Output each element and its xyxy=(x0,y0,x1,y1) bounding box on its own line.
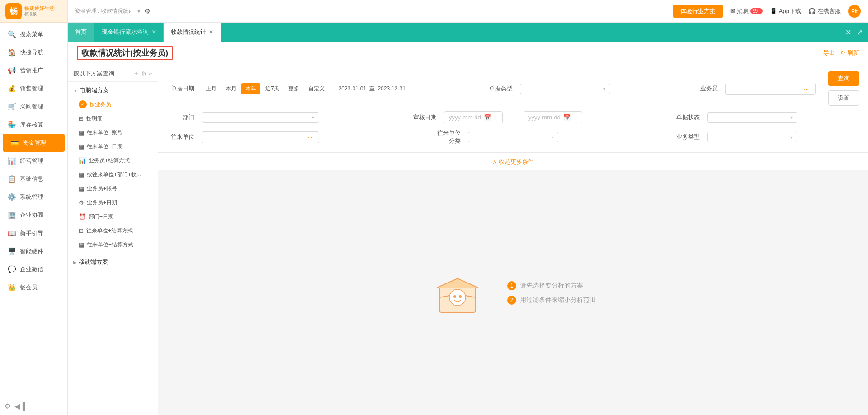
sidebar-item-operations[interactable]: 📊 经营管理 xyxy=(0,152,67,170)
date-tab-custom[interactable]: 自定义 xyxy=(304,83,329,94)
scheme-item-by-detail[interactable]: ⊞ 按明细 xyxy=(68,112,158,126)
table3-icon: ▦ xyxy=(79,171,84,178)
sidebar-item-funds[interactable]: 💳 资金管理 xyxy=(3,134,65,152)
partner-more-icon[interactable]: ··· xyxy=(307,134,312,141)
business-type-select[interactable]: ▾ xyxy=(707,132,797,142)
svg-point-2 xyxy=(453,295,456,298)
scheme-item-dept-date[interactable]: ⏰ 部门+日期 xyxy=(68,210,158,224)
sidebar-item-basics[interactable]: 📋 基础信息 xyxy=(0,170,67,188)
sidebar-item-marketing[interactable]: 📢 营销推广 xyxy=(0,61,67,80)
filter-row-3: 往来单位 ··· 往来单位分类 ▾ 业务类型 ▾ xyxy=(167,129,859,145)
desktop-schemes: ▼ 电脑端方案 ✓ 按业务员 ⊞ 按明细 ▦ 往来单位+账号 ▦ 往来单位 xyxy=(68,82,158,254)
date-tab-last-7[interactable]: 近7天 xyxy=(261,83,283,94)
tab-home[interactable]: 首页 xyxy=(68,23,94,42)
scheme-item-label: 业务员+账号 xyxy=(87,185,117,193)
sidebar-item-sales[interactable]: 💰 销售管理 xyxy=(0,80,67,98)
tab-bank-flow-close-icon[interactable]: ✕ xyxy=(151,29,156,35)
doc-status-select[interactable]: ▾ xyxy=(707,112,797,123)
dept-select[interactable]: ▾ xyxy=(202,112,319,123)
review-date-end-input[interactable]: yyyy-mm-dd 📅 xyxy=(524,111,582,123)
breadcrumb-dropdown-icon[interactable]: ▾ xyxy=(137,8,141,14)
sidebar-item-purchase[interactable]: 🛒 采购管理 xyxy=(0,98,67,116)
online-service-btn[interactable]: 🎧 在线客服 xyxy=(808,7,841,15)
scheme-item-salesman-settle[interactable]: 📊 业务员+结算方式 xyxy=(68,154,158,168)
doc-type-select[interactable]: ▾ xyxy=(520,84,610,94)
scheme-item-label: 按业务员 xyxy=(90,101,111,108)
sidebar-item-quick-nav[interactable]: 🏠 快捷导航 xyxy=(0,43,67,61)
scheme-item-label: 业务员+日期 xyxy=(87,199,117,207)
top-header: 资金管理 / 收款情况统计 ▾ ⚙ 体验行业方案 ✉ 消息 99+ 📱 App下… xyxy=(68,0,868,23)
collapse-sidebar-icon[interactable]: ◀▐ xyxy=(14,402,25,410)
message-btn[interactable]: ✉ 消息 99+ xyxy=(730,7,763,15)
date-tab-more[interactable]: 更多 xyxy=(284,83,303,94)
marketing-icon: 📢 xyxy=(7,66,16,75)
set-btn[interactable]: 设置 xyxy=(828,90,859,106)
scheme-item-salesman-date[interactable]: ⚙ 业务员+日期 xyxy=(68,196,158,210)
calendar-icon: 📅 xyxy=(484,114,491,121)
sidebar-item-system[interactable]: ⚙️ 系统管理 xyxy=(0,188,67,206)
date-tab-last-month[interactable]: 上月 xyxy=(202,83,221,94)
sidebar-item-guide[interactable]: 📖 新手引导 xyxy=(0,224,67,242)
panel-collapse-icon[interactable]: « xyxy=(149,70,152,77)
tab-bank-flow[interactable]: 现金银行流水查询 ✕ xyxy=(94,23,164,42)
sidebar-item-warehouse[interactable]: 🏪 库存核算 xyxy=(0,116,67,134)
partner-category-select[interactable]: ▾ xyxy=(468,132,558,142)
clock-icon: ⏰ xyxy=(79,213,86,220)
collapse-bar[interactable]: ∧ 收起更多条件 xyxy=(158,153,868,170)
refresh-btn[interactable]: ↻ 刷新 xyxy=(840,49,859,57)
tab-close-all-icon[interactable]: ✕ xyxy=(845,28,851,37)
sidebar-item-label: 营销推广 xyxy=(20,66,43,75)
sidebar-item-label: 经营管理 xyxy=(20,157,43,165)
app-download-btn[interactable]: 📱 App下载 xyxy=(770,7,801,15)
purchase-icon: 🛒 xyxy=(7,102,16,111)
page-title: 收款情况统计(按业务员) xyxy=(77,46,173,60)
salesman-select[interactable]: ··· xyxy=(725,83,816,95)
empty-tips: 1 请先选择要分析的方案 2 用过滤条件来缩小分析范围 xyxy=(507,281,596,305)
system-icon: ⚙️ xyxy=(7,193,16,202)
date-tab-this-month[interactable]: 本月 xyxy=(222,83,241,94)
scheme-item-partner-date[interactable]: ▦ 往来单位+日期 xyxy=(68,140,158,154)
tab-collection-stats[interactable]: 收款情况统计 ✕ xyxy=(164,23,221,42)
salesman-more-icon[interactable]: ··· xyxy=(804,85,809,92)
user-avatar[interactable]: Rit xyxy=(848,5,861,18)
partner-select[interactable]: ··· xyxy=(202,131,319,143)
tab-expand-icon[interactable]: ⤢ xyxy=(857,28,863,37)
sidebar-item-label: 系统管理 xyxy=(20,193,43,201)
sidebar-item-member[interactable]: 👑 畅会员 xyxy=(0,278,67,297)
settings-bottom-icon[interactable]: ⚙ xyxy=(5,402,11,410)
review-date-start-input[interactable]: yyyy-mm-dd 📅 xyxy=(444,111,503,123)
add-scheme-icon[interactable]: ＋ xyxy=(133,70,139,78)
review-date-start-ph: yyyy-mm-dd xyxy=(449,114,481,121)
sidebar-item-wechat[interactable]: 💬 企业微信 xyxy=(0,260,67,278)
sidebar-item-search[interactable]: 🔍 搜索菜单 xyxy=(0,25,67,43)
filter-area: 单据日期 上月 本月 本年 近7天 更多 自定义 2023-01-01 至 20… xyxy=(158,64,868,153)
sidebar-item-hardware[interactable]: 🖥️ 智能硬件 xyxy=(0,242,67,260)
sidebar-menu: 🔍 搜索菜单 🏠 快捷导航 📢 营销推广 💰 销售管理 🛒 采购管理 🏪 库存核… xyxy=(0,23,67,397)
tab-home-label: 首页 xyxy=(75,28,87,36)
scheme-item-partner-settle2[interactable]: ▦ 往来单位+结算方式 xyxy=(68,238,158,252)
tab-collection-stats-close-icon[interactable]: ✕ xyxy=(209,29,213,35)
scheme-item-partner-settle1[interactable]: ⊞ 往来单位+结算方式 xyxy=(68,224,158,238)
scheme-item-by-salesman[interactable]: ✓ 按业务员 xyxy=(68,97,158,112)
dept-filter-label: 部门 xyxy=(167,113,194,122)
scheme-item-partner-dept[interactable]: ▦ 按往来单位+部门+收... xyxy=(68,168,158,182)
header-right: 体验行业方案 ✉ 消息 99+ 📱 App下载 🎧 在线客服 Rit xyxy=(673,5,861,18)
date-tab-this-year[interactable]: 本年 xyxy=(241,83,260,94)
doc-type-filter-label: 单据类型 xyxy=(486,85,513,93)
mobile-scheme-header[interactable]: ▶ 移动端方案 xyxy=(68,255,158,269)
date-dash: — xyxy=(510,114,516,121)
trial-btn[interactable]: 体验行业方案 xyxy=(673,5,723,18)
settings-gear-icon[interactable]: ⚙ xyxy=(144,7,150,15)
left-panel-header: 按以下方案查询 ＋ ⚙ « xyxy=(68,64,158,82)
export-btn[interactable]: ↑ 导出 xyxy=(819,49,835,57)
scheme-item-partner-account[interactable]: ▦ 往来单位+账号 xyxy=(68,126,158,140)
scheme-settings-icon[interactable]: ⚙ xyxy=(141,70,147,77)
sales-icon: 💰 xyxy=(7,84,16,93)
scheme-item-salesman-account[interactable]: ▦ 业务员+账号 xyxy=(68,182,158,196)
doc-type-dropdown-icon: ▾ xyxy=(603,86,605,91)
date-tabs: 上月 本月 本年 近7天 更多 自定义 xyxy=(202,83,329,94)
desktop-scheme-header[interactable]: ▼ 电脑端方案 xyxy=(68,84,158,97)
review-date-end-ph: yyyy-mm-dd xyxy=(528,114,561,121)
sidebar-item-enterprise[interactable]: 🏢 企业协同 xyxy=(0,206,67,224)
query-btn[interactable]: 查询 xyxy=(828,71,859,86)
